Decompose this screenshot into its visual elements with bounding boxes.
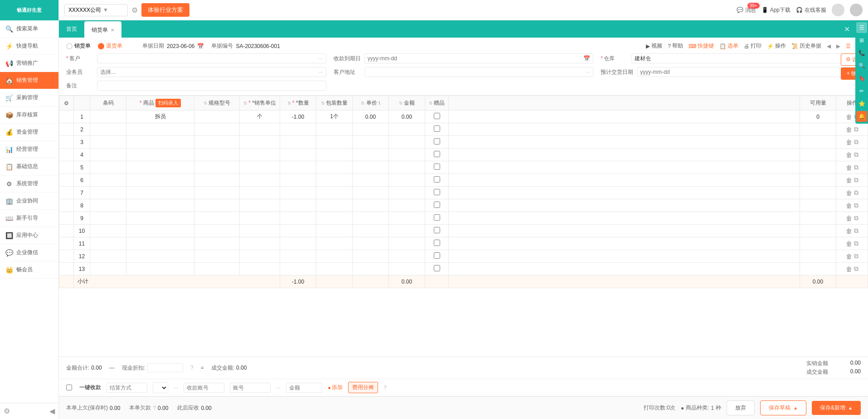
expected-date-input[interactable] [640, 69, 849, 75]
salesperson-input-group[interactable]: ··· [97, 67, 326, 77]
nav-next-icon[interactable]: ▶ [836, 43, 840, 49]
copy-row-icon[interactable]: ⧉ [854, 151, 858, 159]
row-product[interactable] [126, 199, 194, 212]
gift-checkbox[interactable] [434, 227, 440, 233]
delete-row-icon[interactable]: 🗑 [846, 164, 852, 171]
copy-row-icon[interactable]: ⧉ [854, 125, 858, 133]
copy-row-icon[interactable]: ⧉ [854, 202, 858, 209]
row-product[interactable] [126, 237, 194, 250]
gift-checkbox[interactable] [434, 138, 440, 144]
sort-qty-icon[interactable]: ⇅ [287, 101, 291, 106]
gift-checkbox[interactable] [434, 240, 440, 246]
customer-input-group[interactable]: ··· [97, 53, 326, 63]
sidebar-item-operations[interactable]: 📊 经营管理 [0, 141, 58, 158]
online-service-item[interactable]: 🎧 在线客服 [796, 6, 826, 14]
row-product[interactable] [126, 136, 194, 149]
toolbar-shortcut[interactable]: ⌨ 快捷键 [689, 42, 714, 50]
account-input[interactable] [184, 383, 224, 393]
gift-checkbox[interactable] [434, 214, 440, 221]
customer-addr-input-group[interactable]: ··· [364, 67, 594, 77]
row-desc[interactable] [449, 111, 800, 123]
tab-close-all-button[interactable]: ✕ [839, 25, 855, 34]
row-product[interactable] [126, 187, 194, 199]
row-barcode[interactable] [90, 225, 126, 237]
row-product[interactable] [126, 123, 194, 136]
addr-dots-icon[interactable]: ··· [586, 69, 590, 75]
row-qty[interactable]: -1.00 [280, 111, 316, 123]
delete-row-icon[interactable]: 🗑 [846, 227, 852, 235]
copy-row-icon[interactable]: ⧉ [854, 240, 858, 247]
row-barcode[interactable] [90, 263, 126, 275]
save-new-button[interactable]: 保存&新增 ▲ [812, 401, 861, 415]
row-barcode[interactable] [90, 111, 126, 123]
delete-row-icon[interactable]: 🗑 [846, 202, 852, 209]
sidebar-settings-icon[interactable]: ⚙ [4, 407, 10, 415]
gift-checkbox[interactable] [434, 164, 440, 170]
sidebar-item-sales[interactable]: 🏠 销售管理 [0, 72, 58, 89]
gift-checkbox[interactable] [434, 189, 440, 195]
sidebar-item-enterprise[interactable]: 🏢 企业协同 [0, 193, 58, 210]
copy-row-icon[interactable]: ⧉ [854, 252, 858, 260]
remark-input[interactable] [100, 82, 323, 89]
right-panel-btn-alert[interactable]: 🔔 [856, 111, 867, 122]
due-date-input[interactable] [368, 55, 582, 62]
delete-row-icon[interactable]: 🗑 [846, 240, 852, 247]
sidebar-item-marketing[interactable]: 📢 营销推广 [0, 55, 58, 72]
customer-addr-input[interactable] [368, 69, 584, 75]
sidebar-item-search[interactable]: 🔍 搜索菜单 [0, 20, 58, 38]
sort-spec-icon[interactable]: ⇅ [204, 101, 207, 106]
row-barcode[interactable] [90, 174, 126, 187]
sort-pkg-icon[interactable]: ⇅ [321, 101, 325, 106]
row-barcode[interactable] [90, 250, 126, 263]
settlement-select[interactable] [153, 382, 168, 393]
row-barcode[interactable] [90, 123, 126, 136]
discount-help-icon[interactable]: ? [190, 365, 194, 371]
row-unit[interactable]: 个 [240, 111, 280, 123]
right-panel-btn-list[interactable]: ☰ [856, 22, 867, 33]
customer-input[interactable] [100, 55, 317, 62]
row-barcode[interactable] [90, 187, 126, 199]
delete-row-icon[interactable]: 🗑 [846, 177, 852, 184]
copy-row-icon[interactable]: ⧉ [854, 176, 858, 184]
sidebar-item-appstore[interactable]: 🔲 应用中心 [0, 227, 58, 244]
save-draft-button[interactable]: 保存草稿 ▲ [760, 400, 806, 415]
customer-dots-icon[interactable]: ··· [319, 55, 323, 62]
copy-row-icon[interactable]: ⧉ [854, 189, 858, 197]
row-barcode[interactable] [90, 161, 126, 174]
list-view-icon[interactable]: ☰ [846, 43, 851, 49]
row-product[interactable] [126, 250, 194, 263]
right-panel-btn-star[interactable]: ⭐ [856, 98, 867, 109]
toolbar-history[interactable]: 📜 历史单据 [791, 42, 821, 50]
right-panel-btn-grid[interactable]: ⊞ [856, 35, 867, 46]
payment-amount-input[interactable] [286, 383, 322, 393]
settings-gear-icon[interactable]: ⚙ [131, 6, 138, 14]
abandon-button[interactable]: 放弃 [727, 400, 755, 415]
gear-column-icon[interactable]: ⚙ [64, 100, 69, 106]
row-gift[interactable] [425, 111, 449, 123]
delete-row-icon[interactable]: 🗑 [846, 253, 852, 260]
right-panel-btn-search[interactable]: 🔍 [856, 60, 867, 71]
settlement-input[interactable] [107, 383, 147, 393]
row-spec[interactable] [194, 111, 240, 123]
row-barcode[interactable] [90, 149, 126, 161]
expected-date-input-group[interactable]: 📅 [637, 67, 861, 77]
sidebar-item-finance[interactable]: 💰 资金管理 [0, 124, 58, 141]
remark-input-group[interactable] [97, 81, 326, 91]
expense-split-button[interactable]: 费用分摊 [348, 382, 378, 393]
calendar-icon[interactable]: 📅 [197, 43, 204, 49]
toolbar-operate[interactable]: ⚡ 操作 [767, 42, 786, 50]
row-barcode[interactable] [90, 237, 126, 250]
copy-row-icon[interactable]: ⧉ [854, 227, 858, 235]
delete-row-icon[interactable]: 🗑 [846, 215, 852, 222]
tab-close-icon[interactable]: ✕ [111, 28, 114, 33]
row-barcode[interactable] [90, 212, 126, 225]
owes-help-icon[interactable]: ? [153, 405, 156, 411]
row-barcode[interactable] [90, 136, 126, 149]
delete-row-icon[interactable]: 🗑 [846, 113, 852, 120]
row-product[interactable] [126, 263, 194, 275]
sort-gift-icon[interactable]: ⇅ [429, 101, 432, 106]
delete-row-icon[interactable]: 🗑 [846, 139, 852, 146]
gift-checkbox[interactable] [434, 176, 440, 183]
copy-row-icon[interactable]: ⧉ [854, 164, 858, 171]
sidebar-item-guide[interactable]: 📖 新手引导 [0, 210, 58, 227]
